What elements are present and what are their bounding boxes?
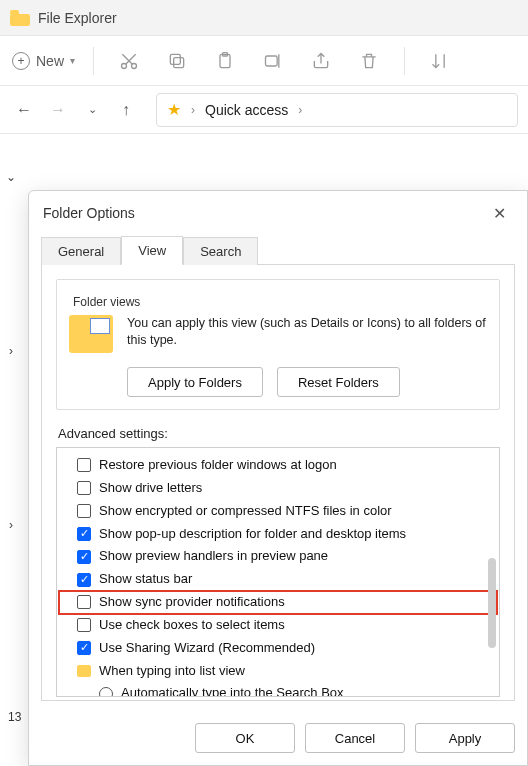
new-button-label: New — [36, 53, 64, 69]
ribbon-toolbar: + New ▾ — [0, 36, 528, 86]
paste-button[interactable] — [208, 51, 242, 71]
tab-strip: General View Search — [29, 235, 527, 264]
sort-button[interactable] — [423, 51, 457, 71]
checkbox-icon[interactable]: ✓ — [77, 550, 91, 564]
setting-sync-notifications[interactable]: Show sync provider notifications — [59, 591, 497, 614]
separator — [404, 47, 405, 75]
folder-views-group: Folder views You can apply this view (su… — [56, 279, 500, 410]
svg-rect-2 — [174, 57, 184, 67]
delete-button[interactable] — [352, 51, 386, 71]
scrollbar-thumb[interactable] — [488, 558, 496, 648]
breadcrumb[interactable]: Quick access — [205, 102, 288, 118]
apply-to-folders-button[interactable]: Apply to Folders — [127, 367, 263, 397]
tab-view[interactable]: View — [121, 236, 183, 265]
back-button[interactable]: ← — [10, 96, 38, 124]
address-bar[interactable]: ★ › Quick access › — [156, 93, 518, 127]
app-title: File Explorer — [38, 10, 117, 26]
group-legend: Folder views — [69, 295, 144, 309]
reset-folders-button[interactable]: Reset Folders — [277, 367, 400, 397]
svg-rect-3 — [170, 54, 180, 64]
new-button[interactable]: + New ▾ — [12, 52, 75, 70]
forward-button[interactable]: → — [44, 96, 72, 124]
checkbox-icon[interactable] — [77, 458, 91, 472]
nav-bar: ← → ⌄ ↑ ★ › Quick access › — [0, 86, 528, 134]
checkbox-icon[interactable]: ✓ — [77, 573, 91, 587]
dialog-titlebar: Folder Options ✕ — [29, 191, 527, 235]
tab-panel-view: Folder views You can apply this view (su… — [41, 264, 515, 701]
tab-search[interactable]: Search — [183, 237, 258, 265]
setting-status-bar[interactable]: ✓Show status bar — [59, 568, 497, 591]
titlebar: File Explorer — [0, 0, 528, 36]
dialog-footer: OK Cancel Apply — [29, 713, 527, 765]
checkbox-icon[interactable]: ✓ — [77, 527, 91, 541]
folder-icon — [10, 10, 30, 26]
setting-drive-letters[interactable]: Show drive letters — [59, 477, 497, 500]
rename-button[interactable] — [256, 51, 290, 71]
copy-button[interactable] — [160, 51, 194, 71]
apply-button[interactable]: Apply — [415, 723, 515, 753]
tab-general[interactable]: General — [41, 237, 121, 265]
setting-popup-desc[interactable]: ✓Show pop-up description for folder and … — [59, 523, 497, 546]
checkbox-icon[interactable] — [77, 595, 91, 609]
folder-views-desc: You can apply this view (such as Details… — [127, 315, 487, 349]
chevron-right-icon: › — [191, 103, 195, 117]
scissors-icon — [119, 51, 139, 71]
chevron-right-icon[interactable]: › — [0, 344, 22, 358]
ok-button[interactable]: OK — [195, 723, 295, 753]
sort-icon — [430, 51, 450, 71]
setting-use-checkboxes[interactable]: Use check boxes to select items — [59, 614, 497, 637]
chevron-right-icon[interactable]: › — [0, 518, 22, 532]
setting-restore-windows[interactable]: Restore previous folder windows at logon — [59, 454, 497, 477]
checkbox-icon[interactable] — [77, 504, 91, 518]
setting-preview-handlers[interactable]: ✓Show preview handlers in preview pane — [59, 545, 497, 568]
setting-auto-search[interactable]: Automatically type into the Search Box — [59, 682, 497, 697]
advanced-settings-label: Advanced settings: — [58, 426, 500, 441]
chevron-down-icon: ▾ — [70, 55, 75, 66]
radio-icon[interactable] — [99, 687, 113, 697]
checkbox-icon[interactable]: ✓ — [77, 641, 91, 655]
setting-sharing-wizard[interactable]: ✓Use Sharing Wizard (Recommended) — [59, 637, 497, 660]
dialog-title: Folder Options — [43, 205, 135, 221]
star-icon: ★ — [167, 100, 181, 119]
close-button[interactable]: ✕ — [485, 199, 513, 227]
plus-icon: + — [12, 52, 30, 70]
up-button[interactable]: ↑ — [112, 96, 140, 124]
separator — [93, 47, 94, 75]
share-button[interactable] — [304, 51, 338, 71]
cut-button[interactable] — [112, 51, 146, 71]
cancel-button[interactable]: Cancel — [305, 723, 405, 753]
nav-pane-collapsed: ⌄ › › — [0, 170, 22, 532]
clipboard-icon — [215, 51, 235, 71]
folder-options-dialog: Folder Options ✕ General View Search Fol… — [28, 190, 528, 766]
share-icon — [311, 51, 331, 71]
folder-view-icon — [69, 315, 113, 353]
setting-typing-group[interactable]: When typing into list view — [59, 660, 497, 683]
checkbox-icon[interactable] — [77, 618, 91, 632]
folder-icon — [77, 665, 91, 677]
trash-icon — [359, 51, 379, 71]
item-count: 13 — [8, 710, 21, 724]
recent-dropdown[interactable]: ⌄ — [78, 96, 106, 124]
rename-icon — [263, 51, 283, 71]
checkbox-icon[interactable] — [77, 481, 91, 495]
advanced-settings-list[interactable]: Restore previous folder windows at logon… — [56, 447, 500, 697]
setting-ntfs-color[interactable]: Show encrypted or compressed NTFS files … — [59, 500, 497, 523]
svg-rect-6 — [266, 56, 278, 66]
copy-icon — [167, 51, 187, 71]
chevron-down-icon[interactable]: ⌄ — [0, 170, 22, 184]
chevron-right-icon: › — [298, 103, 302, 117]
